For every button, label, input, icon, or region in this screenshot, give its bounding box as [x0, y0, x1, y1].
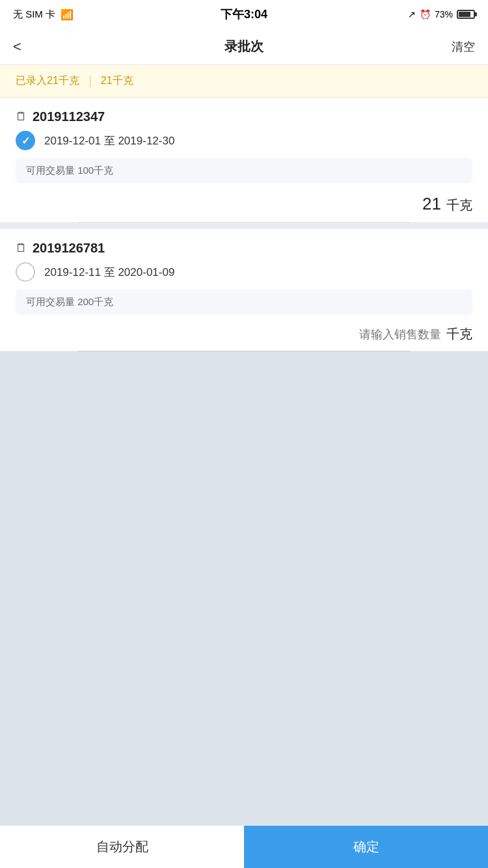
batch-2-avail: 可用交易量 200千克	[16, 290, 472, 315]
batch-1-avail: 可用交易量 100千克	[16, 158, 472, 183]
alarm-icon: ⏰	[420, 9, 431, 20]
batch-1-unit: 千克	[446, 197, 472, 214]
summary-bar: 已录入21千克 21千克	[0, 65, 488, 98]
summary-divider	[90, 75, 90, 87]
batch-1-header: 🗒 2019112347	[16, 109, 472, 124]
status-time: 下午3:04	[221, 8, 267, 21]
nav-bar: < 录批次 清空	[0, 29, 488, 65]
batch-1-amount: 21	[422, 194, 441, 214]
battery-icon	[457, 10, 475, 19]
batch-1-row: 2019-12-01 至 2019-12-30	[16, 131, 472, 150]
batch-2-quantity-input[interactable]	[298, 328, 441, 342]
section-divider	[0, 223, 488, 229]
confirm-button[interactable]: 确定	[244, 826, 488, 868]
location-icon: ↗	[408, 9, 416, 20]
status-bar: 无 SIM 卡 📶 下午3:04 ↗ ⏰ 73%	[0, 0, 488, 29]
carrier-label: 无 SIM 卡	[13, 8, 55, 21]
bottom-bar: 自动分配 确定	[0, 825, 488, 868]
batch-1-icon: 🗒	[16, 110, 27, 124]
batch-1-date: 2019-12-01 至 2019-12-30	[44, 133, 174, 148]
clear-button[interactable]: 清空	[452, 39, 475, 55]
wifi-icon: 📶	[61, 8, 74, 21]
batch-1-id: 2019112347	[33, 109, 105, 124]
back-button[interactable]: <	[13, 38, 39, 55]
batch-2-id: 2019126781	[33, 241, 105, 256]
batch-2-header: 🗒 2019126781	[16, 241, 472, 256]
recorded-label: 已录入21千克	[16, 74, 79, 88]
batch-1-amount-row: 21 千克	[0, 183, 488, 222]
batch-card-2: 🗒 2019126781 2019-12-11 至 2020-01-09 可用交…	[0, 229, 488, 315]
batch-card-1: 🗒 2019112347 2019-12-01 至 2019-12-30 可用交…	[0, 98, 488, 183]
batch-2-row: 2019-12-11 至 2020-01-09	[16, 262, 472, 282]
batch-2-icon: 🗒	[16, 241, 27, 255]
batch-2-input-row: 千克	[0, 315, 488, 351]
empty-area	[0, 351, 488, 825]
battery-percent: 73%	[435, 9, 453, 20]
total-label: 21千克	[101, 74, 133, 88]
batch-2-unit: 千克	[446, 325, 472, 343]
batch-2-date: 2019-12-11 至 2020-01-09	[44, 265, 174, 280]
batch-1-checkbox[interactable]	[16, 131, 35, 150]
batch-2-checkbox[interactable]	[16, 262, 35, 282]
page-title: 录批次	[224, 38, 264, 55]
auto-distribute-button[interactable]: 自动分配	[0, 826, 244, 868]
